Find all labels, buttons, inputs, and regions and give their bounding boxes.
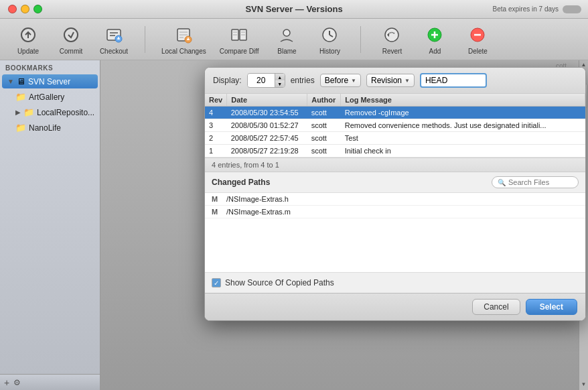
paths-empty-space (205, 218, 585, 272)
log-table-area: Rev Date Author Log Message 4 2008/05/30… (205, 94, 585, 157)
before-select[interactable]: Before ▼ (320, 74, 361, 87)
before-arrow-icon: ▼ (351, 78, 356, 84)
checkout-label: Checkout (100, 48, 128, 55)
cell-author: scott (307, 107, 341, 119)
sidebar-item-label: SVN Server (28, 77, 70, 86)
sidebar-item-label: ArtGallery (29, 92, 64, 102)
toolbar-local-changes-button[interactable]: Local Changes (161, 24, 206, 55)
beta-pill (563, 5, 581, 13)
changed-paths-list: M /NSImage-Extras.h M /NSImage-Extras.m (205, 193, 585, 272)
beta-badge: Beta expires in 7 days (493, 5, 581, 13)
folder-icon: 📁 (15, 92, 26, 102)
col-header-author: Author (307, 94, 341, 107)
sidebar-item-svn-server[interactable]: ▼ 🖥 SVN Server (2, 74, 98, 88)
server-icon: 🖥 (17, 76, 25, 86)
cell-date: 2008/05/27 22:19:28 (227, 145, 307, 157)
main-area: BOOKMARKS ▼ 🖥 SVN Server 📁 ArtGallery ▶ … (0, 60, 588, 390)
sidebar-item-local-repository[interactable]: ▶ 📁 LocalReposito... (2, 105, 98, 119)
content-area: cott cott cott cott cott cott cott cott … (100, 60, 588, 390)
cell-rev: 3 (205, 119, 227, 132)
beta-text: Beta expires in 7 days (493, 5, 559, 13)
table-row[interactable]: 1 2008/05/27 22:19:28 scott Initial chec… (205, 145, 585, 157)
svg-point-2 (64, 28, 78, 42)
toolbar-blame-button[interactable]: Blame (272, 24, 301, 55)
cell-rev: 2 (205, 132, 227, 145)
delete-icon (467, 24, 488, 46)
triangle-icon: ▼ (7, 78, 14, 85)
checkout-icon (103, 24, 125, 46)
blame-label: Blame (277, 48, 296, 55)
list-item[interactable]: M /NSImage-Extras.h (205, 193, 585, 206)
select-button[interactable]: Select (526, 299, 577, 315)
toolbar-compare-diff-button[interactable]: Compare Diff (220, 24, 259, 55)
path-status: M (212, 208, 221, 216)
show-source-checkbox[interactable]: ✓ (212, 278, 221, 287)
add-label: Add (429, 48, 441, 55)
sidebar-item-art-gallery[interactable]: 📁 ArtGallery (2, 90, 98, 104)
table-row[interactable]: 3 2008/05/30 01:52:27 scott Removed conv… (205, 119, 585, 132)
stepper-down-button[interactable]: ▼ (275, 80, 285, 87)
toolbar-separator-1 (145, 26, 145, 53)
add-bookmark-button[interactable]: + (4, 377, 9, 388)
cell-rev: 1 (205, 145, 227, 157)
cell-author: scott (307, 145, 341, 157)
toolbar-separator-2 (360, 26, 361, 53)
cell-message: Removed -cgImage (341, 107, 585, 119)
toolbar-add-button[interactable]: Add (420, 24, 449, 55)
toolbar-revert-button[interactable]: Revert (377, 24, 407, 55)
sidebar-item-label: NanoLife (29, 123, 61, 133)
bookmarks-header: BOOKMARKS (0, 60, 100, 74)
before-label: Before (325, 76, 348, 85)
revert-label: Revert (382, 48, 402, 55)
cancel-button[interactable]: Cancel (472, 299, 520, 315)
add-icon (424, 24, 445, 46)
local-changes-icon (173, 24, 194, 46)
stepper-up-button[interactable]: ▲ (275, 74, 285, 80)
sidebar-item-nanolife[interactable]: 📁 NanoLife (2, 121, 98, 135)
path-name: /NSImage-Extras.m (226, 208, 291, 216)
window-controls (8, 5, 42, 13)
commit-icon (60, 24, 82, 46)
count-stepper[interactable]: ▲ ▼ (247, 73, 285, 88)
window-title: SVN Server — Versions (245, 4, 342, 14)
folder-icon: 📁 (15, 123, 26, 133)
svg-point-22 (283, 29, 290, 36)
head-input[interactable] (420, 73, 487, 88)
revision-label: Revision (371, 76, 402, 85)
col-header-date: Date (227, 94, 307, 107)
cell-date: 2008/05/27 22:57:45 (227, 132, 307, 145)
minimize-button[interactable] (21, 5, 29, 13)
table-row[interactable]: 2 2008/05/27 22:57:45 scott Test (205, 132, 585, 145)
changed-paths-title: Changed Paths (212, 178, 270, 187)
toolbar-update-button[interactable]: Update (13, 24, 43, 55)
summary-bar: 4 entries, from 4 to 1 (205, 157, 585, 172)
toolbar-commit-button[interactable]: Commit (56, 24, 86, 55)
col-header-rev: Rev (205, 94, 227, 107)
cell-message: Removed convenience methods. Just use de… (341, 119, 585, 132)
cell-rev: 4 (205, 107, 227, 119)
search-input[interactable] (508, 178, 575, 186)
update-icon (17, 24, 39, 46)
revision-select[interactable]: Revision ▼ (366, 74, 415, 87)
toolbar-checkout-button[interactable]: Checkout (99, 24, 129, 55)
search-box[interactable]: 🔍 (492, 176, 579, 188)
settings-button[interactable]: ⚙ (13, 378, 21, 387)
list-item[interactable]: M /NSImage-Extras.m (205, 206, 585, 218)
history-icon (319, 24, 340, 46)
commit-label: Commit (60, 48, 82, 55)
toolbar-delete-button[interactable]: Delete (463, 24, 492, 55)
scroll-down-arrow[interactable]: ▼ (580, 380, 588, 389)
path-status: M (212, 195, 221, 203)
compare-diff-label: Compare Diff (220, 48, 259, 55)
sidebar-bottom-bar: + ⚙ (0, 374, 100, 390)
maximize-button[interactable] (33, 5, 42, 13)
toolbar-history-button[interactable]: History (315, 24, 344, 55)
stepper-buttons: ▲ ▼ (275, 74, 285, 87)
count-input[interactable] (248, 74, 275, 86)
summary-text: 4 entries, from 4 to 1 (212, 161, 279, 169)
update-label: Update (17, 48, 39, 55)
col-header-message: Log Message (341, 94, 585, 107)
table-row[interactable]: 4 2008/05/30 23:54:55 scott Removed -cgI… (205, 107, 585, 119)
toolbar: Update Commit Checkout (0, 19, 588, 60)
close-button[interactable] (8, 5, 17, 13)
